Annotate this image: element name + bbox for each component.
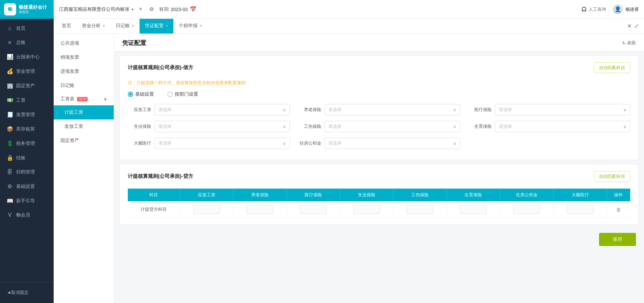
topbar: 江西服宝精品有限责任公司内账张 ▾ + ⚙ 账期 2023-03 📅 🎧 人工咨… [54,0,644,19]
th-gongjijin: 住房公积金 [500,189,553,201]
service-button[interactable]: 🎧 人工咨询 [581,6,606,12]
logo-sub: 旗舰版 [19,10,47,14]
auto-match-credit-button[interactable]: 自动匹配科目 [594,171,630,182]
menu-label: 公共选项 [60,40,79,46]
close-icon[interactable]: × [166,23,168,28]
input-shiye[interactable] [353,205,380,214]
topbar-right: 🎧 人工咨询 👤 畅捷通 [581,4,639,14]
left-panel: 公共选项 销项发票 进项发票 日记账 工资表 NEW ∨ 计提工资 [54,34,114,303]
close-icon[interactable]: × [132,23,134,28]
tab-tax[interactable]: 个税申报 × [173,19,207,34]
cell-shiye[interactable] [340,201,393,218]
logo-title: 畅捷通好会计 [19,4,47,10]
capital-icon: 💰 [7,68,13,74]
select-shengyu[interactable]: 请选择 ∨ [495,121,630,132]
sidebar-item-label: 首页 [16,26,25,32]
cancel-fixed-label: ◄取消固定 [7,290,29,296]
input-yanglao[interactable] [247,205,273,214]
close-window-icon[interactable]: ✕ [627,23,632,29]
menu-item-sales[interactable]: 销项发票 [54,50,114,64]
sidebar-item-salary[interactable]: 💵 工资 [0,93,54,107]
sidebar-item-capital[interactable]: 💰 资金管理 [0,64,54,79]
field-yingfa-gongzi: 应发工资 请选择 ∨ [128,104,290,115]
add-button[interactable]: + [138,6,144,13]
select-placeholder: 请选择 [158,140,171,146]
user-label: 畅捷通 [626,6,639,12]
cell-dae[interactable] [553,201,607,218]
sidebar-item-guide[interactable]: 📖 新手引导 [0,194,54,208]
archive-icon: 🗄 [7,169,13,175]
menu-item-public[interactable]: 公共选项 [54,36,114,50]
select-yingfa[interactable]: 请选择 ∨ [155,104,290,115]
menu-group-salary-table[interactable]: 工资表 NEW ∨ [54,93,114,105]
cell-action[interactable]: 🗑 [607,201,630,218]
select-dae-yiliao[interactable]: 请选择 ∨ [155,138,290,149]
sidebar-item-member[interactable]: V 畅会员 [0,208,54,222]
refresh-button[interactable]: ↻ 刷新 [622,40,636,46]
tabbar-right: ✕ ⤢ [627,23,641,29]
select-shiye[interactable]: 请选择 ∨ [155,121,290,132]
menu-item-fixed-assets[interactable]: 固定资产 [54,134,114,148]
select-yiliao[interactable]: 请选择 ∨ [495,104,630,115]
sidebar-item-tax[interactable]: 💲 税务管理 [0,136,54,151]
sidebar-item-home[interactable]: ⌂ 首页 [0,21,54,36]
cancel-fixed-button[interactable]: ◄取消固定 [0,286,54,299]
delete-icon[interactable]: 🗑 [616,207,621,212]
menu-item-purchase[interactable]: 进项发票 [54,64,114,79]
sidebar-item-archive[interactable]: 🗄 归档管理 [0,165,54,179]
select-gongjijin[interactable]: 请选择 ∨ [325,138,460,149]
sidebar-item-assets[interactable]: 🏢 固定资产 [0,79,54,93]
tab-home-label: 首页 [62,23,71,29]
input-gongshang[interactable] [407,205,433,214]
cell-yingfa[interactable] [180,201,233,218]
sidebar-item-ledger[interactable]: ≡ 总账 [0,36,54,50]
menu-label: 工资表 [60,96,74,102]
select-gongshang[interactable]: 请选择 ∨ [325,121,460,132]
cell-yanglao[interactable] [233,201,286,218]
select-yanglao[interactable]: 请选择 ∨ [325,104,460,115]
radio-basic[interactable]: 基础设置 [128,91,154,97]
user-info[interactable]: 👤 畅捷通 [613,4,639,14]
input-dae[interactable] [567,205,594,214]
field-label: 工伤保险 [298,123,321,130]
sidebar-item-closing[interactable]: 🔒 结账 [0,151,54,165]
field-gongshang: 工伤保险 请选择 ∨ [298,121,460,132]
input-shengyu[interactable] [460,205,487,214]
sidebar-item-reports[interactable]: 📊 云报表中心 [0,50,54,64]
tab-diary[interactable]: 日记账 × [110,19,140,34]
cell-shengyu[interactable] [447,201,500,218]
tab-home[interactable]: 首页 [56,19,76,34]
calendar-icon[interactable]: 📅 [190,6,197,12]
cell-subject-label: 计提贷方科目 [128,201,180,218]
cell-gongshang[interactable] [393,201,447,218]
sidebar-item-inventory[interactable]: 📦 库存核算 [0,122,54,136]
save-button[interactable]: 保存 [599,233,636,246]
input-yingfa[interactable] [193,205,220,214]
close-icon[interactable]: × [103,23,105,28]
sidebar-item-settings[interactable]: ⚙ 基础设置 [0,179,54,194]
period-value[interactable]: 2023-03 [171,7,188,12]
close-icon[interactable]: × [200,23,202,28]
field-label: 生育保险 [468,123,492,130]
sidebar-item-label: 固定资产 [16,83,35,89]
menu-item-calc-salary[interactable]: 计提工资 [54,105,114,119]
auto-match-debit-button[interactable]: 自动匹配科目 [594,62,630,73]
company-selector[interactable]: 江西服宝精品有限责任公司内账张 ▾ [59,6,133,12]
tab-voucher[interactable]: 凭证配置 × [140,19,173,34]
input-yiliao[interactable] [300,205,327,214]
menu-item-diary[interactable]: 日记账 [54,79,114,93]
input-gongjijin[interactable] [513,205,540,214]
settings-icon[interactable]: ⚙ [148,6,155,12]
sidebar-item-invoice[interactable]: 🧾 发票管理 [0,107,54,122]
cell-gongjijin[interactable] [500,201,553,218]
menu-item-pay-salary[interactable]: 发放工资 [54,119,114,134]
right-panel: 凭证配置 ↻ 刷新 计提核算规则(公司承担)-借方 自动匹配科目 注：只能选择一… [114,34,644,303]
cell-yiliao[interactable] [286,201,340,218]
user-icon: 👤 [614,6,621,12]
section2-title: 计提核算规则(公司承担)-贷方 [128,173,193,180]
expand-icon[interactable]: ⤢ [634,23,639,29]
select-placeholder: 请选择 [158,123,171,130]
radio-dept[interactable]: 按部门设置 [167,91,198,97]
tab-capital[interactable]: 资金分析 × [76,19,110,34]
sidebar-item-label: 云报表中心 [16,54,40,60]
